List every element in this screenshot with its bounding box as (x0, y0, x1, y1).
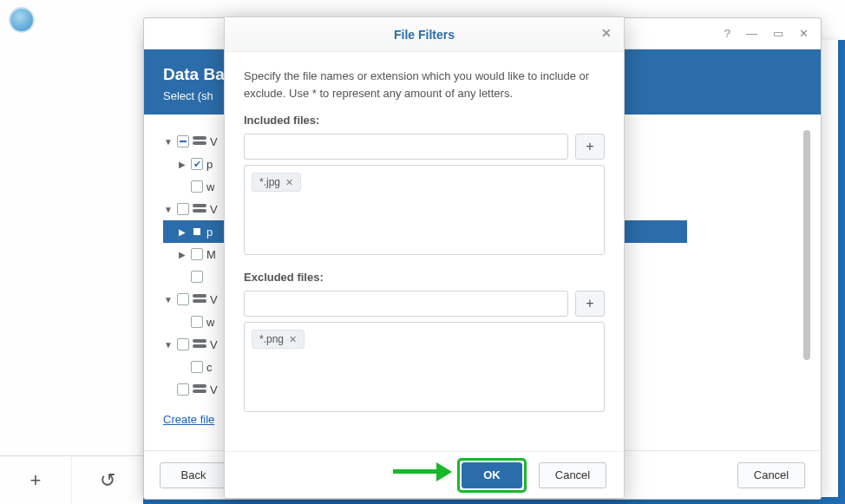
volume-icon (193, 204, 206, 214)
checkbox[interactable] (177, 293, 189, 305)
create-file-filter-link[interactable]: Create file (163, 413, 214, 426)
checkbox[interactable] (177, 135, 189, 147)
checkbox[interactable] (191, 226, 203, 238)
twisty-icon[interactable] (177, 272, 187, 282)
tree-label: V (210, 338, 218, 351)
tree-label: w (206, 180, 214, 193)
left-sidebar (0, 40, 143, 504)
modal-description: Specify the file names or extension whic… (244, 68, 605, 101)
twisty-icon[interactable]: ▼ (163, 205, 174, 214)
twisty-icon[interactable]: ▶ (177, 160, 187, 169)
twisty-icon[interactable]: ▼ (163, 340, 174, 350)
tree-label: M (206, 248, 216, 261)
twisty-icon[interactable] (177, 317, 187, 327)
included-input[interactable] (244, 134, 568, 160)
tag-text: *.jpg (259, 176, 280, 188)
ok-button[interactable]: OK (462, 462, 522, 488)
maximize-icon[interactable]: ▭ (773, 27, 783, 40)
wizard-cancel-button[interactable]: Cancel (737, 462, 805, 488)
twisty-icon[interactable] (177, 182, 187, 192)
twisty-icon[interactable] (177, 363, 187, 372)
modal-title: File Filters (394, 28, 455, 42)
close-icon[interactable]: ✕ (799, 27, 809, 40)
twisty-icon[interactable]: ▼ (163, 295, 174, 304)
minimize-icon[interactable]: — (746, 27, 757, 40)
checkbox[interactable] (191, 180, 203, 193)
checkbox[interactable] (191, 316, 203, 328)
tag-remove-icon[interactable]: ✕ (285, 177, 293, 188)
included-tags-area: *.jpg✕ (244, 165, 605, 255)
scrollbar-thumb[interactable] (803, 130, 810, 360)
excluded-input[interactable] (244, 291, 568, 317)
modal-footer: OK Cancel (225, 451, 624, 498)
tree-label: c (206, 361, 213, 374)
history-button[interactable]: ↺ (72, 456, 143, 504)
modal-close-icon[interactable]: ✕ (601, 26, 612, 40)
modal-cancel-button[interactable]: Cancel (539, 462, 606, 488)
checkbox[interactable] (191, 158, 203, 170)
back-button[interactable]: Back (160, 462, 227, 488)
app-launcher-icon[interactable] (9, 7, 35, 33)
ok-highlight: OK (457, 458, 527, 493)
checkbox[interactable] (191, 271, 203, 283)
included-label: Included files: (244, 114, 605, 127)
tree-label: V (210, 203, 218, 216)
twisty-icon[interactable]: ▼ (163, 137, 174, 147)
excluded-label: Excluded files: (244, 271, 605, 284)
tag-text: *.png (259, 333, 284, 345)
tree-label: p (206, 158, 213, 171)
checkbox[interactable] (191, 248, 203, 260)
volume-icon (193, 136, 206, 147)
sidebar-toolbox: + ↺ (0, 455, 143, 504)
twisty-icon[interactable]: ▶ (177, 227, 187, 237)
tree-label: V (210, 383, 218, 396)
included-add-button[interactable]: + (575, 134, 605, 160)
volume-icon (193, 339, 206, 350)
modal-titlebar: File Filters ✕ (225, 17, 624, 52)
excluded-add-button[interactable]: + (575, 291, 605, 317)
volume-icon (193, 384, 206, 395)
tag-remove-icon[interactable]: ✕ (289, 334, 297, 345)
tree-label: p (206, 226, 213, 239)
filter-tag: *.png✕ (252, 330, 305, 349)
filter-tag: *.jpg✕ (252, 173, 301, 192)
volume-icon (193, 294, 206, 304)
file-filters-modal: File Filters ✕ Specify the file names or… (224, 16, 625, 499)
checkbox[interactable] (177, 203, 189, 215)
tree-label: V (210, 135, 218, 148)
twisty-icon[interactable] (163, 385, 174, 395)
checkbox[interactable] (177, 338, 189, 350)
tree-label: V (210, 293, 218, 306)
excluded-tags-area: *.png✕ (244, 322, 605, 412)
add-task-button[interactable]: + (0, 456, 72, 504)
help-icon[interactable]: ? (724, 27, 730, 40)
checkbox[interactable] (177, 383, 189, 396)
modal-body: Specify the file names or extension whic… (225, 52, 624, 451)
twisty-icon[interactable]: ▶ (177, 250, 187, 259)
tree-label: w (206, 316, 214, 329)
checkbox[interactable] (191, 361, 203, 373)
